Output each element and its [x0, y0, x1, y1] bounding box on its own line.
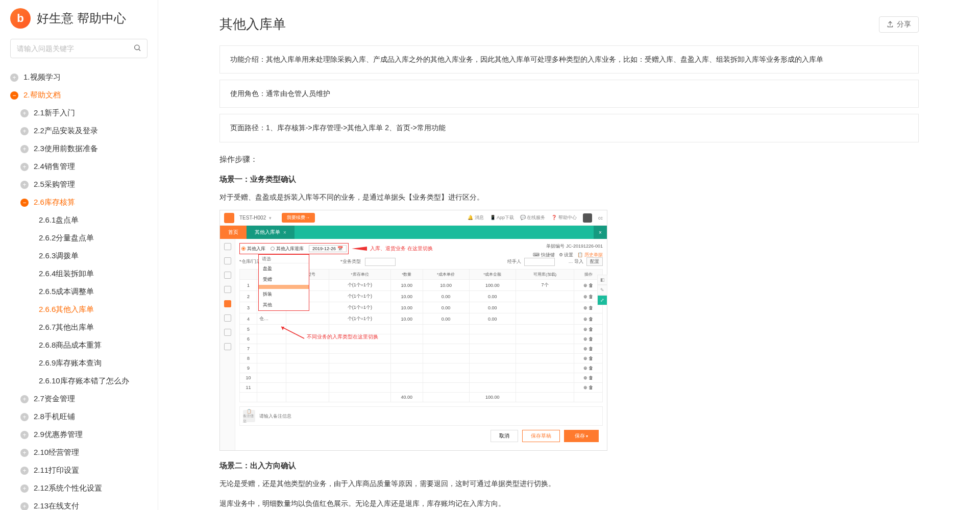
- radio-other-inbound[interactable]: 其他入库: [241, 246, 265, 252]
- sidenav-icon[interactable]: [224, 272, 231, 279]
- nav-item[interactable]: +1.视频学习: [10, 68, 148, 86]
- nav-item[interactable]: 2.6.5成本调整单: [10, 283, 148, 301]
- handler-input[interactable]: [524, 258, 555, 266]
- nav-item[interactable]: −2.6库存核算: [10, 193, 148, 211]
- tab-other-inbound[interactable]: 其他入库单×: [247, 226, 295, 239]
- table-row-empty[interactable]: 9⊕ 🗑: [240, 363, 603, 373]
- sidenav-icon[interactable]: [224, 329, 231, 336]
- handler-label: 经手人: [507, 258, 521, 265]
- sidenav-icon[interactable]: [224, 343, 231, 350]
- intro-label: 功能介绍：: [230, 55, 266, 63]
- plus-icon[interactable]: +: [20, 413, 29, 421]
- radio-other-inbound-return[interactable]: 其他入库退库: [271, 246, 304, 252]
- nav-item[interactable]: +2.4销售管理: [10, 158, 148, 176]
- save-button[interactable]: 保存▾: [564, 430, 599, 442]
- help-center-link[interactable]: ❓ 帮助中心: [551, 214, 577, 221]
- tab-home[interactable]: 首页: [220, 226, 247, 239]
- nav-item[interactable]: +2.10经营管理: [10, 444, 148, 462]
- online-service-link[interactable]: 💬 在线服务: [520, 214, 546, 221]
- cancel-button[interactable]: 取消: [491, 430, 518, 442]
- share-button[interactable]: 分享: [879, 16, 919, 33]
- plus-icon[interactable]: +: [20, 145, 29, 153]
- plus-icon[interactable]: +: [20, 502, 29, 511]
- tool-icon-active[interactable]: ⤢: [597, 295, 607, 305]
- minus-icon[interactable]: −: [10, 91, 18, 100]
- nav-item[interactable]: 2.6.4组装拆卸单: [10, 265, 148, 283]
- dropdown-item[interactable]: 受赠: [259, 274, 309, 285]
- plus-icon[interactable]: +: [20, 484, 29, 493]
- nav-item[interactable]: +2.11打印设置: [10, 462, 148, 479]
- svg-line-1: [139, 50, 140, 51]
- dropdown-search-input[interactable]: [259, 255, 309, 263]
- dropdown-item[interactable]: 其他: [259, 300, 309, 310]
- nav-item[interactable]: 2.6.6其他入库单: [10, 301, 148, 319]
- nav-item[interactable]: +2.3使用前数据准备: [10, 140, 148, 158]
- plus-icon[interactable]: +: [20, 449, 29, 457]
- nav-item[interactable]: +2.7资金管理: [10, 390, 148, 408]
- dropdown-item-selected[interactable]: [259, 285, 309, 289]
- remark-row: 📋备注信息: [239, 406, 603, 426]
- plus-icon[interactable]: +: [20, 109, 29, 117]
- share-label: 分享: [897, 20, 911, 29]
- plus-icon[interactable]: +: [20, 163, 29, 171]
- nav-item[interactable]: +2.1新手入门: [10, 104, 148, 122]
- sidenav-icon[interactable]: [224, 286, 231, 293]
- search-icon[interactable]: [133, 44, 141, 54]
- nav-item[interactable]: 2.6.7其他出库单: [10, 319, 148, 336]
- plus-icon[interactable]: +: [20, 395, 29, 403]
- msg-link[interactable]: 🔔 消息: [468, 214, 484, 221]
- dropdown-item[interactable]: 盘盈: [259, 263, 309, 274]
- save-draft-button[interactable]: 保存草稿: [522, 430, 560, 442]
- sidenav-icon[interactable]: [224, 257, 231, 264]
- history-link[interactable]: 📋 历史单据: [577, 252, 603, 258]
- nav-item[interactable]: +2.2产品安装及登录: [10, 122, 148, 140]
- shortcut-link[interactable]: ⌨ 快捷键: [533, 252, 555, 258]
- plus-icon[interactable]: +: [20, 127, 29, 135]
- sidenav-icon[interactable]: [224, 314, 231, 322]
- tool-icon[interactable]: ◧: [597, 275, 607, 285]
- nav-item[interactable]: 2.6.9库存账本查询: [10, 354, 148, 372]
- plus-icon[interactable]: +: [20, 467, 29, 475]
- avatar[interactable]: [583, 213, 592, 223]
- dropdown-item[interactable]: 拆装: [259, 289, 309, 300]
- right-tools: ◧ ✎ ⤢: [597, 275, 607, 305]
- main-content: 其他入库单 分享 功能介绍：其他入库单用来处理除采购入库、产成品入库之外的其他入…: [158, 0, 980, 510]
- remark-input[interactable]: [259, 414, 599, 419]
- arrow-icon: [352, 247, 367, 251]
- nav-item[interactable]: +2.9优惠券管理: [10, 426, 148, 444]
- date-field[interactable]: 2019-12-26 📅: [309, 245, 347, 252]
- table-row[interactable]: 4仓…个(1个=1个)10.000.000.00⊕ 🗑: [240, 313, 603, 325]
- nav-item[interactable]: 2.6.3调拨单: [10, 247, 148, 265]
- nav-item[interactable]: 2.6.10库存账本错了怎么办: [10, 372, 148, 390]
- nav-item[interactable]: +2.5采购管理: [10, 176, 148, 193]
- nav-item[interactable]: +2.13在线支付: [10, 497, 148, 510]
- tool-icon[interactable]: ✎: [597, 285, 607, 295]
- search-input[interactable]: [10, 39, 148, 58]
- config-button[interactable]: 配置: [586, 257, 603, 266]
- plus-icon[interactable]: +: [20, 431, 29, 439]
- nav-item[interactable]: 2.6.1盘点单: [10, 211, 148, 229]
- biztype-input[interactable]: [365, 258, 396, 266]
- nav-item[interactable]: 2.6.2分量盘点单: [10, 229, 148, 247]
- table-row-empty[interactable]: 10⊕ 🗑: [240, 373, 603, 383]
- table-row-empty[interactable]: 11⊕ 🗑: [240, 383, 603, 393]
- settings-link[interactable]: ⚙ 设置: [559, 252, 574, 258]
- plus-icon[interactable]: +: [10, 74, 18, 82]
- intro-box: 功能介绍：其他入库单用来处理除采购入库、产成品入库之外的其他入库业务，因此其他入…: [219, 45, 919, 74]
- nav-item-label: 2.6.5成本调整单: [39, 287, 94, 297]
- import-button[interactable]: … 导入: [568, 258, 583, 265]
- nav-item[interactable]: 2.6.8商品成本重算: [10, 336, 148, 354]
- table-row-empty[interactable]: 8⊕ 🗑: [240, 354, 603, 363]
- sidenav-icon-active[interactable]: [224, 300, 231, 307]
- minus-icon[interactable]: −: [20, 199, 29, 207]
- table-row-empty[interactable]: 7⊕ 🗑: [240, 344, 603, 354]
- sidenav-icon[interactable]: [224, 243, 231, 250]
- tabs-close-all-icon[interactable]: ×: [594, 226, 607, 239]
- nav-item[interactable]: +2.12系统个性化设置: [10, 479, 148, 497]
- nav-item[interactable]: −2.帮助文档: [10, 86, 148, 104]
- plus-icon[interactable]: +: [20, 181, 29, 189]
- tab-close-icon[interactable]: ×: [283, 230, 286, 235]
- app-download-link[interactable]: 📱 App下载: [490, 214, 514, 221]
- renew-button[interactable]: 我要续费→: [282, 213, 315, 223]
- nav-item[interactable]: +2.8手机旺铺: [10, 408, 148, 426]
